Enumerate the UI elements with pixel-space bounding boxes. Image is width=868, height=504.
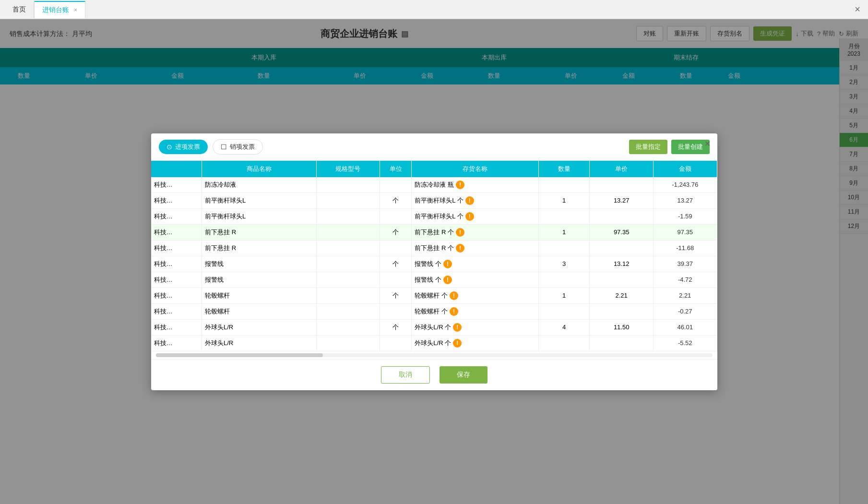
warning-icon: ! [456,228,464,237]
cell-3: 个 [380,256,412,272]
batch-assign-button[interactable]: 批量指定 [629,140,667,154]
col-unit: 单位 [380,161,412,177]
tab-close-icon[interactable]: × [74,7,77,13]
cell-3 [380,303,412,319]
cell-1: 前下悬挂 R [202,224,317,240]
col-amount: 金额 [653,161,717,177]
cell-7: 97.35 [653,224,717,240]
warning-icon: ! [453,339,462,348]
modal-action-buttons: 批量指定 批量创建 [629,140,710,154]
table-row[interactable]: 科技…外球头L/R个外球头L/R 个!411.5046.01 [151,319,717,335]
cell-5 [539,272,590,288]
table-row[interactable]: 科技…轮毂螺杆轮毂螺杆 个!-0.27 [151,303,717,319]
cancel-button[interactable]: 取消 [381,366,430,384]
cell-6: 97.35 [590,224,654,240]
tab-current[interactable]: 进销台账 × [34,1,85,18]
cell-7: 46.01 [653,319,717,335]
modal-close-button[interactable]: × [705,138,711,149]
table-row[interactable]: 科技…防冻冷却液防冻冷却液 瓶!-1,243.76 [151,177,717,193]
save-button[interactable]: 保存 [440,366,488,384]
cell-6: 13.27 [590,192,654,208]
cell-4: 前平衡杆球头L 个! [412,193,539,208]
tab-outgoing-invoice[interactable]: ☐ 销项发票 [213,139,263,155]
cell-1: 前下悬挂 R [202,240,317,256]
cell-4: 报警线 个! [412,256,539,272]
cell-5: 1 [539,192,590,208]
cell-4: 轮毂螺杆 个! [412,304,539,319]
modal-scrollbar[interactable] [151,351,717,359]
app-close-button[interactable]: × [855,4,860,15]
warning-icon: ! [450,291,458,300]
modal-table-container[interactable]: 商品名称 规格型号 单位 存货名称 数量 单价 金额 科技…防冻冷却液防冻冷却液… [151,161,717,351]
scroll-thumb[interactable] [156,353,323,357]
cell-0: 科技… [151,256,202,272]
cell-2 [316,272,380,288]
table-row[interactable]: 科技…轮毂螺杆个轮毂螺杆 个!12.212.21 [151,288,717,303]
cell-6 [590,335,654,351]
main-area: 销售成本计算方法： 月平均 商贸企业进销台账 ▤ 对账 重新开账 存货别名 生成… [0,19,868,504]
col-product: 商品名称 [202,161,317,177]
cell-7: -0.27 [653,303,717,319]
cell-5: 1 [539,224,590,240]
warning-icon: ! [465,196,474,205]
cell-3 [380,240,412,256]
cell-2 [316,319,380,335]
batch-create-button[interactable]: 批量创建 [671,140,710,154]
cell-1: 防冻冷却液 [202,177,317,193]
warning-icon: ! [456,180,464,189]
cell-6: 2.21 [590,288,654,303]
table-row[interactable]: 科技…报警线个报警线 个!313.1239.37 [151,256,717,272]
cell-5: 4 [539,319,590,335]
incoming-invoice-icon: ⊙ [166,143,172,151]
outgoing-invoice-icon: ☐ [221,143,227,151]
cell-1: 外球头L/R [202,319,317,335]
tab-home[interactable]: 首页 [5,1,34,18]
table-row[interactable]: 科技…前下悬挂 R前下悬挂 R 个!-11.68 [151,240,717,256]
table-row[interactable]: 科技…前平衡杆球头L前平衡杆球头L 个!-1.59 [151,208,717,224]
cell-4: 防冻冷却液 瓶! [412,177,539,192]
cell-4: 外球头L/R 个! [412,320,539,335]
table-row[interactable]: 科技…外球头L/R外球头L/R 个!-5.52 [151,335,717,351]
warning-icon: ! [450,307,458,316]
table-row[interactable]: 科技…前平衡杆球头L个前平衡杆球头L 个!113.2713.27 [151,192,717,208]
cell-6 [590,272,654,288]
cell-4: 前下悬挂 R 个! [412,240,539,256]
cell-6 [590,177,654,193]
cell-6 [590,303,654,319]
table-row[interactable]: 科技…报警线报警线 个!-4.72 [151,272,717,288]
cell-5 [539,177,590,193]
warning-icon: ! [453,323,462,332]
invoice-table: 商品名称 规格型号 单位 存货名称 数量 单价 金额 科技…防冻冷却液防冻冷却液… [151,161,717,351]
modal-footer: 取消 保存 [151,359,717,390]
cell-0: 科技… [151,319,202,335]
cell-2 [316,177,380,193]
warning-icon: ! [456,244,464,252]
modal-backdrop: ⊙ 进项发票 ☐ 销项发票 批量指定 批量创建 × [0,19,868,504]
table-row[interactable]: 科技…前下悬挂 R个前下悬挂 R 个!197.3597.35 [151,224,717,240]
cell-0: 科技… [151,335,202,351]
cell-3 [380,177,412,193]
cell-3 [380,272,412,288]
cell-4: 外球头L/R 个! [412,336,539,351]
cell-5 [539,208,590,224]
cell-4: 前下悬挂 R 个! [412,225,539,240]
cell-7: -1,243.76 [653,177,717,193]
cell-7: 13.27 [653,192,717,208]
cell-3 [380,208,412,224]
cell-3 [380,335,412,351]
table-header-row: 商品名称 规格型号 单位 存货名称 数量 单价 金额 [151,161,717,177]
col-qty: 数量 [539,161,590,177]
cell-5 [539,303,590,319]
cell-2 [316,192,380,208]
cell-3: 个 [380,192,412,208]
warning-icon: ! [443,276,452,284]
cell-1: 报警线 [202,256,317,272]
tab-incoming-invoice[interactable]: ⊙ 进项发票 [159,140,208,154]
cell-2 [316,256,380,272]
cell-1: 前平衡杆球头L [202,192,317,208]
modal-header: ⊙ 进项发票 ☐ 销项发票 批量指定 批量创建 × [151,133,717,161]
col-inventory: 存货名称 [412,161,539,177]
scroll-track[interactable] [156,353,713,357]
cell-1: 轮毂螺杆 [202,288,317,303]
cell-2 [316,224,380,240]
